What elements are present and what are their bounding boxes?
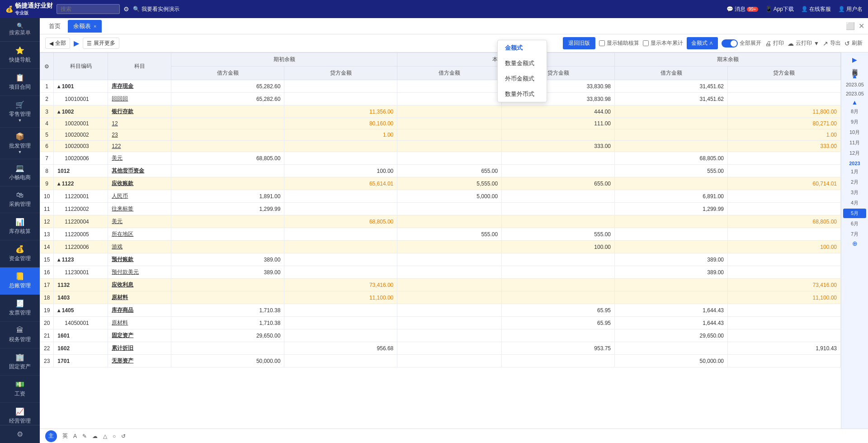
table-row-name[interactable]: 122 bbox=[108, 141, 171, 152]
sidebar-item-fixed-asset[interactable]: 🏢 固定资产 bbox=[0, 348, 40, 376]
dropdown-jine[interactable]: 金额式 bbox=[498, 40, 547, 56]
user-avatar[interactable]: 👤 用户名 bbox=[838, 5, 863, 13]
tab-restore-btn[interactable]: ⬜ bbox=[846, 22, 855, 30]
message-btn[interactable]: 💬 消息 99+ bbox=[726, 5, 758, 13]
sidebar-item-ecommerce[interactable]: 💻 小畅电商 bbox=[0, 159, 40, 186]
triangle-icon[interactable]: △ bbox=[103, 433, 107, 439]
table-row-code[interactable]: 1012 bbox=[54, 165, 108, 177]
month-3[interactable]: 3月 bbox=[843, 188, 866, 197]
sidebar-item-salary[interactable]: 💵 工资 bbox=[0, 376, 40, 403]
main-btn[interactable]: 主 bbox=[45, 430, 57, 442]
table-row-name[interactable]: 美元 bbox=[108, 215, 171, 228]
print-btn[interactable]: 🖨 打印 bbox=[765, 39, 784, 47]
table-row-name[interactable]: 12 bbox=[108, 118, 171, 129]
online-service-btn[interactable]: 👤 在线客服 bbox=[801, 5, 831, 13]
dropdown-foreign-jine[interactable]: 外币金额式 bbox=[498, 71, 547, 86]
table-row-code[interactable]: ▴ 1122 bbox=[54, 177, 108, 190]
dropdown-qty-jine[interactable]: 数量金额式 bbox=[498, 56, 547, 71]
panel-up-btn[interactable]: ▲ bbox=[852, 72, 858, 80]
month-5[interactable]: 5月 bbox=[843, 209, 866, 218]
table-row-name[interactable]: 人民币 bbox=[108, 190, 171, 203]
table-row-code[interactable]: 1602 bbox=[54, 342, 108, 355]
table-row-name[interactable]: 游戏 bbox=[108, 241, 171, 253]
table-row-name[interactable]: 固定资产 bbox=[108, 329, 171, 342]
sidebar-item-quick-nav[interactable]: ⭐ 快捷导航 bbox=[0, 42, 40, 69]
nav-all-btn[interactable]: ◀ 全部 bbox=[45, 38, 70, 49]
table-row-name[interactable]: 所在地区 bbox=[108, 228, 171, 241]
sidebar-item-invoice[interactable]: 🧾 发票管理 bbox=[0, 295, 40, 322]
month-1[interactable]: 1月 bbox=[843, 167, 866, 176]
lang-icon[interactable]: 英 bbox=[62, 432, 68, 440]
table-row-name[interactable]: 往来标签 bbox=[108, 203, 171, 215]
table-row-name[interactable]: 应收账款 bbox=[108, 177, 171, 190]
table-row-name[interactable]: 无形资产 bbox=[108, 355, 171, 367]
sidebar-item-tax[interactable]: 🏛 税务管理 bbox=[0, 322, 40, 348]
table-row-code[interactable]: 10020006 bbox=[54, 152, 108, 165]
refresh-btn[interactable]: ↺ 刷新 bbox=[844, 39, 863, 47]
app-download-btn[interactable]: 📱 App下载 bbox=[765, 5, 794, 13]
sidebar-item-wholesale[interactable]: 📦 批发管理 ▼ bbox=[0, 128, 40, 159]
month-10[interactable]: 10月 bbox=[843, 128, 866, 137]
table-row-name[interactable]: 库存商品 bbox=[108, 304, 171, 317]
demo-link[interactable]: 🔍 我要看实例演示 bbox=[133, 5, 179, 13]
table-row-code[interactable]: 1132 bbox=[54, 279, 108, 291]
col-settings[interactable]: ⚙ bbox=[40, 53, 54, 80]
tab-home[interactable]: 首页 bbox=[43, 20, 66, 32]
cloud-icon[interactable]: ☁ bbox=[92, 433, 98, 439]
month-2[interactable]: 2月 bbox=[843, 177, 866, 187]
table-row-name[interactable]: 应收利息 bbox=[108, 279, 171, 291]
month-8[interactable]: 8月 bbox=[843, 107, 866, 116]
sidebar-settings-btn[interactable]: ⚙ bbox=[0, 425, 40, 443]
table-row-code[interactable]: 11220001 bbox=[54, 190, 108, 203]
return-old-version-btn[interactable]: 退回旧版 bbox=[563, 37, 595, 49]
sidebar-item-inventory[interactable]: 📊 库存核算 bbox=[0, 213, 40, 240]
tab-close-window-btn[interactable]: ✕ bbox=[859, 22, 864, 30]
table-row-name[interactable]: 累计折旧 bbox=[108, 342, 171, 355]
dropdown-qty-foreign[interactable]: 数量外币式 bbox=[498, 86, 547, 102]
table-row-name[interactable]: 预付款美元 bbox=[108, 266, 171, 279]
settings-icon[interactable]: ⚙ bbox=[123, 5, 129, 13]
sidebar-item-retail[interactable]: 🛒 零售管理 ▼ bbox=[0, 96, 40, 128]
table-row-name[interactable]: 预付账款 bbox=[108, 253, 171, 266]
panel-collapse-btn[interactable]: ▶ bbox=[852, 56, 857, 63]
jine-mode-btn[interactable]: 金额式 ∧ bbox=[687, 37, 718, 49]
export-btn[interactable]: ↗ 导出 bbox=[823, 39, 841, 47]
expand-more-btn[interactable]: ☰ 展开更多 bbox=[83, 38, 119, 49]
circle-icon[interactable]: ○ bbox=[113, 433, 116, 439]
table-row-name[interactable]: 回回回 bbox=[108, 93, 171, 105]
sidebar-item-capital[interactable]: 💰 资金管理 bbox=[0, 240, 40, 267]
table-row-code[interactable]: 11230001 bbox=[54, 266, 108, 279]
toggle-switch[interactable] bbox=[722, 39, 738, 48]
panel-down-btn[interactable]: ⊕ bbox=[852, 240, 858, 247]
table-row-code[interactable]: ▴ 1123 bbox=[54, 253, 108, 266]
table-row-name[interactable]: 23 bbox=[108, 129, 171, 141]
table-row-code[interactable]: 11220005 bbox=[54, 228, 108, 241]
sidebar-item-project[interactable]: 📋 项目合同 bbox=[0, 69, 40, 96]
table-row-code[interactable]: 1701 bbox=[54, 355, 108, 367]
table-row-code[interactable]: 11220006 bbox=[54, 241, 108, 253]
table-row-code[interactable]: 14050001 bbox=[54, 317, 108, 329]
sidebar-search[interactable]: 🔍 搜索菜单 bbox=[0, 18, 40, 42]
table-row-name[interactable]: 其他货币资金 bbox=[108, 165, 171, 177]
panel-up2-btn[interactable]: ▲ bbox=[852, 99, 858, 106]
edit-icon[interactable]: ✎ bbox=[82, 433, 87, 439]
sidebar-item-management[interactable]: 📈 经营管理 bbox=[0, 403, 40, 425]
show-annual-check[interactable]: 显示本年累计 bbox=[643, 39, 683, 47]
top-search-input[interactable] bbox=[57, 4, 120, 14]
table-row-name[interactable]: 库存现金 bbox=[108, 80, 171, 93]
font-icon[interactable]: A bbox=[73, 433, 77, 439]
expand-all-toggle[interactable]: 全部展开 bbox=[722, 39, 761, 48]
cloud-print-btn[interactable]: ☁ 云打印 ▼ bbox=[788, 39, 819, 47]
table-row-name[interactable]: 美元 bbox=[108, 152, 171, 165]
month-9[interactable]: 9月 bbox=[843, 117, 866, 127]
month-4[interactable]: 4月 bbox=[843, 198, 866, 208]
show-auxiliary-check[interactable]: 显示辅助核算 bbox=[599, 39, 639, 47]
sidebar-item-purchase[interactable]: 🛍 采购管理 bbox=[0, 186, 40, 213]
table-row-code[interactable]: 10020001 bbox=[54, 118, 108, 129]
table-row-code[interactable]: 10020003 bbox=[54, 141, 108, 152]
table-row-code[interactable]: 1403 bbox=[54, 291, 108, 304]
refresh2-icon[interactable]: ↺ bbox=[121, 433, 126, 439]
tab-close-btn[interactable]: × bbox=[94, 24, 96, 29]
tab-balance[interactable]: 余额表 × bbox=[68, 20, 102, 33]
table-row-code[interactable]: 11220004 bbox=[54, 215, 108, 228]
